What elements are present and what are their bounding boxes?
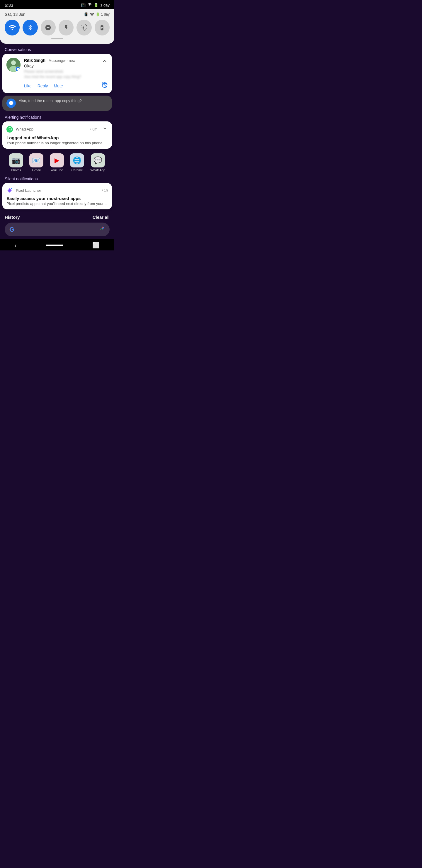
wa-notif-header: WhatsApp • 6m — [6, 125, 108, 133]
svg-point-1 — [11, 60, 16, 65]
photos-icon: 📷 — [9, 153, 23, 167]
vibrate-icon: 📳 — [81, 3, 86, 7]
google-search-bar[interactable]: G — [5, 223, 109, 236]
qs-battery-text: 1 day — [101, 12, 109, 17]
pixel-launcher-icon — [6, 187, 13, 193]
collapse-icon[interactable] — [101, 58, 108, 65]
clear-all-button[interactable]: Clear all — [93, 215, 109, 220]
chrome-app[interactable]: 🌐 Chrome — [70, 153, 84, 172]
status-bar: 6:33 📳 🔋 1 day — [0, 0, 114, 9]
notif-blurred-1: Please send screenshots — [24, 69, 98, 73]
pl-notif-time: • 1h — [102, 188, 108, 192]
google-mic-icon[interactable] — [98, 225, 105, 234]
whatsapp-notification-card: WhatsApp • 6m Logged out of WhatsApp You… — [2, 121, 112, 149]
home-pill[interactable] — [46, 245, 63, 246]
pl-notif-header: Pixel Launcher • 1h — [6, 187, 108, 193]
bottom-bar: History Clear all — [0, 212, 114, 221]
gmail-icon: 📧 — [29, 153, 43, 167]
whatsapp-app-icon: 💬 — [91, 153, 105, 167]
pl-app-name: Pixel Launcher — [16, 188, 99, 193]
gmail-app[interactable]: 📧 Gmail — [29, 153, 43, 172]
snooze-icon[interactable] — [101, 82, 108, 90]
wa-expand-icon[interactable] — [102, 125, 108, 133]
svg-point-10 — [102, 227, 103, 228]
pl-notif-body: Pixel predicts apps that you'll need nex… — [6, 202, 108, 206]
status-icons: 📳 🔋 1 day — [81, 2, 109, 8]
messenger-icon — [6, 98, 16, 108]
google-g-icon: G — [9, 226, 14, 234]
nav-bar: ‹ ⬜ — [0, 239, 114, 250]
battery-icon: 🔋 — [94, 3, 98, 7]
qs-vibrate-icon: 📳 — [84, 12, 89, 17]
qs-header: Sat, 13 Jun 📳 🔋 1 day — [5, 12, 109, 17]
notif-app-name: · Messenger · now — [46, 59, 75, 63]
dnd-toggle[interactable] — [41, 20, 56, 35]
sender-name: Ritik Singh — [24, 58, 45, 63]
flashlight-toggle[interactable] — [59, 20, 73, 35]
history-button[interactable]: History — [5, 215, 20, 220]
avatar — [6, 58, 21, 72]
silent-label: Silent notifications — [0, 173, 114, 183]
youtube-icon: ▶ — [50, 153, 64, 167]
battery-text: 1 day — [100, 3, 109, 7]
notif-sender: Ritik Singh · Messenger · now — [24, 58, 75, 63]
messenger-badge — [15, 67, 21, 72]
wa-notif-body: Your phone number is no longer registere… — [6, 141, 108, 145]
photos-label: Photos — [11, 168, 21, 172]
status-time: 6:33 — [5, 3, 13, 8]
quick-settings-panel: Sat, 13 Jun 📳 🔋 1 day — [0, 9, 114, 44]
qs-toggles — [5, 20, 109, 35]
svg-line-6 — [106, 83, 107, 84]
autorotate-toggle[interactable] — [76, 20, 91, 35]
reply-button[interactable]: Reply — [37, 84, 48, 88]
mute-button[interactable]: Mute — [54, 84, 63, 88]
messenger-preview: Also, tried the recent app copy thing? — [2, 96, 112, 111]
youtube-label: YouTube — [51, 168, 63, 172]
photos-app[interactable]: 📷 Photos — [9, 153, 23, 172]
back-button[interactable]: ‹ — [15, 242, 17, 249]
app-icons-row: 📷 Photos 📧 Gmail ▶ YouTube 🌐 Chrome 💬 Wh… — [0, 151, 114, 173]
recents-button[interactable]: ⬜ — [92, 242, 100, 249]
qs-pill — [51, 38, 63, 39]
chrome-label: Chrome — [71, 168, 83, 172]
svg-point-8 — [11, 188, 12, 189]
whatsapp-label: WhatsApp — [90, 168, 105, 172]
wa-notif-title: Logged out of WhatsApp — [6, 135, 108, 140]
whatsapp-app[interactable]: 💬 WhatsApp — [90, 153, 105, 172]
battery-saver-toggle[interactable] — [95, 20, 109, 35]
notif-blurred-2: Also tried the recent app copy thing? — [24, 75, 98, 79]
notif-meta: Ritik Singh · Messenger · now Okay Pleas… — [24, 58, 98, 79]
wa-app-name: WhatsApp — [16, 127, 87, 131]
pl-notif-title: Easily access your most-used apps — [6, 196, 108, 201]
conversations-label: Conversations — [0, 44, 114, 54]
messenger-preview-text: Also, tried the recent app copy thing? — [19, 98, 82, 103]
notif-actions: Like Reply Mute — [6, 82, 108, 90]
notif-header: Ritik Singh · Messenger · now Okay Pleas… — [6, 58, 108, 79]
chrome-icon: 🌐 — [70, 153, 84, 167]
like-button[interactable]: Like — [24, 84, 32, 88]
bluetooth-toggle[interactable] — [23, 20, 37, 35]
whatsapp-icon — [6, 126, 13, 132]
youtube-app[interactable]: ▶ YouTube — [50, 153, 64, 172]
alerting-label: Alerting notifications — [0, 112, 114, 121]
wifi-toggle[interactable] — [5, 20, 20, 35]
wa-notif-time: • 6m — [90, 127, 97, 131]
qs-battery-icon: 🔋 — [96, 12, 100, 17]
wifi-icon — [87, 2, 92, 8]
qs-date: Sat, 13 Jun — [5, 12, 26, 17]
gmail-label: Gmail — [32, 168, 41, 172]
notif-message: Okay — [24, 64, 98, 68]
qs-status-right: 📳 🔋 1 day — [84, 12, 109, 17]
pixel-launcher-notification-card: Pixel Launcher • 1h Easily access your m… — [2, 183, 112, 209]
messenger-notification-card: Ritik Singh · Messenger · now Okay Pleas… — [2, 54, 112, 93]
